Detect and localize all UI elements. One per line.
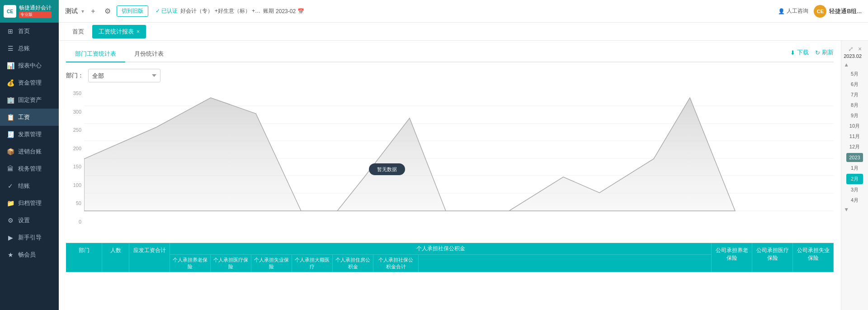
panel-month-11[interactable]: 11月: [844, 131, 865, 142]
chart-container: 暂无数据 0 50 100 150 200 250 300 350: [66, 89, 834, 243]
sub-tabs: 部门工资统计表 月份统计表 ⬇ 下载 ↻ 刷新: [66, 46, 834, 62]
sidebar-item-label: 畅会员: [18, 251, 36, 259]
product-tags: 好会计（专） +好生意（标） +…: [180, 7, 260, 15]
panel-month-1[interactable]: 1月: [844, 163, 865, 173]
sidebar-item-invoice[interactable]: 🧾 发票管理: [0, 126, 59, 143]
sidebar-item-archive[interactable]: 📁 归档管理: [0, 195, 59, 212]
top-header: 测试 ▾ + ⚙ 切到旧版 ✓ 已认证 好会计（专） +好生意（标） +… 账期…: [59, 0, 868, 23]
sidebar-item-label: 报表中心: [18, 62, 42, 70]
tab-salary-report[interactable]: 工资统计报表 ×: [92, 25, 146, 38]
sub-tab-dept[interactable]: 部门工资统计表: [66, 46, 125, 62]
sidebar-item-label: 发票管理: [18, 130, 42, 138]
sidebar-item-salary[interactable]: 📋 工资: [0, 109, 59, 126]
th-unemployment-company: 公司承担失业保险: [793, 243, 834, 272]
y-label-0: 0: [66, 219, 84, 224]
y-label-300: 300: [66, 109, 84, 114]
logo-badge: 专业版: [19, 11, 52, 18]
assets-icon: 🏢: [6, 96, 14, 104]
panel-year-2023[interactable]: 2023: [846, 153, 863, 162]
panel-month-7[interactable]: 7月: [844, 90, 865, 100]
th-unemployment-personal: 个人承担失业保险: [251, 255, 292, 272]
sidebar-item-funds[interactable]: 💰 资金管理: [0, 74, 59, 91]
tab-home[interactable]: 首页: [66, 25, 90, 38]
y-label-250: 250: [66, 127, 84, 133]
toolbar-actions: ⬇ 下载 ↻ 刷新: [790, 46, 834, 62]
download-button[interactable]: ⬇ 下载: [790, 48, 809, 57]
settings-gear-icon[interactable]: ⚙: [102, 6, 113, 17]
help-button[interactable]: 👤 人工咨询: [778, 7, 808, 15]
sidebar-item-assets[interactable]: 🏢 固定资产: [0, 91, 59, 109]
chart-svg: 暂无数据: [84, 89, 834, 229]
sidebar-item-tax[interactable]: 🏛 税务管理: [0, 160, 59, 177]
chart-wrapper: 暂无数据 0 50 100 150 200 250 300 350: [66, 89, 834, 310]
dept-label: 部门：: [66, 72, 84, 80]
sidebar-item-guide[interactable]: ▶ 新手引导: [0, 229, 59, 246]
home-icon: ⊞: [6, 28, 14, 35]
period-label: 账期 2023-02 📅: [263, 7, 304, 15]
sidebar-item-label: 首页: [18, 27, 30, 35]
th-medical-personal: 个人承担医疗保险: [211, 255, 251, 272]
chevron-down-icon: ▾: [81, 8, 84, 14]
th-personal-group: 个人承担社保公积金 个人承担养老保险 个人承担医疗保险 个人承担失业保险 个人承…: [170, 243, 712, 272]
th-medical-company: 公司承担医疗保险: [752, 243, 793, 272]
guide-icon: ▶: [6, 234, 14, 241]
header-tags: ✓ 已认证 好会计（专） +好生意（标） +… 账期 2023-02 📅: [156, 7, 304, 15]
help-icon: 👤: [778, 8, 785, 14]
panel-down-arrow[interactable]: ▼: [844, 206, 865, 213]
y-label-100: 100: [66, 182, 84, 188]
panel-month-12[interactable]: 12月: [844, 142, 865, 152]
tax-icon: 🏛: [6, 165, 14, 172]
logo-text: 畅捷通好会计: [19, 5, 52, 11]
dept-select[interactable]: 全部: [88, 69, 160, 82]
sidebar-logo: CE 畅捷通好会计 专业版: [0, 0, 59, 23]
th-personal-group-title: 个人承担社保公积金: [170, 243, 711, 255]
sidebar-item-home[interactable]: ⊞ 首页: [0, 23, 59, 40]
logo-text-area: 畅捷通好会计 专业版: [19, 5, 52, 18]
th-personal-group-cols: 个人承担养老保险 个人承担医疗保险 个人承担失业保险 个人承担大额医疗 个人承担…: [170, 255, 711, 272]
sidebar-item-settings[interactable]: ⚙ 设置: [0, 212, 59, 229]
salary-icon: 📋: [6, 114, 14, 121]
panel-month-10[interactable]: 10月: [844, 121, 865, 131]
refresh-button[interactable]: ↻ 刷新: [815, 48, 834, 57]
th-dept: 部门: [66, 243, 102, 272]
th-pension-personal: 个人承担养老保险: [170, 255, 211, 272]
panel-month-4[interactable]: 4月: [844, 195, 865, 205]
table-header: 部门 人数 应发工资合计 个人承担社保公积金 个人承担养老保险 个人承担医疗保险…: [66, 243, 834, 272]
panel-month-6[interactable]: 6月: [844, 79, 865, 90]
sidebar-item-label: 结账: [18, 182, 30, 190]
funds-icon: 💰: [6, 79, 14, 86]
panel-month-8[interactable]: 8月: [844, 100, 865, 110]
avatar: CE: [814, 5, 826, 18]
panel-up-arrow[interactable]: ▲: [844, 62, 865, 68]
panel-month-9[interactable]: 9月: [844, 110, 865, 121]
panel-close-button[interactable]: ×: [855, 44, 864, 53]
panel-month-2-active[interactable]: 2月: [846, 174, 863, 184]
switch-version-button[interactable]: 切到旧版: [117, 5, 148, 17]
calendar-icon[interactable]: 📅: [297, 8, 304, 14]
sidebar-item-label: 工资: [18, 113, 30, 121]
content-area: 部门工资统计表 月份统计表 ⬇ 下载 ↻ 刷新 部门：: [59, 41, 868, 310]
toolbar: 部门： 全部: [66, 69, 834, 82]
main-area: 测试 ▾ + ⚙ 切到旧版 ✓ 已认证 好会计（专） +好生意（标） +… 账期…: [59, 0, 868, 310]
right-panel-content: 2023.02 ▲ 5月 6月 7月 8月 9月 10月 11月 12月 202…: [844, 53, 865, 214]
sub-tab-month[interactable]: 月份统计表: [125, 46, 173, 62]
certified-tag: ✓ 已认证: [156, 7, 178, 15]
sidebar: CE 畅捷通好会计 专业版 ⊞ 首页 ☰ 总账 📊 报表中心 💰 资金管理 🏢 …: [0, 0, 59, 310]
user-menu[interactable]: CE 轻捷通B组...: [814, 5, 862, 18]
header-title: 测试: [65, 7, 78, 15]
ledger-icon: ☰: [6, 45, 14, 52]
sidebar-item-reports[interactable]: 📊 报表中心: [0, 57, 59, 74]
panel-expand-button[interactable]: ⤢: [846, 44, 855, 53]
header-right: 👤 人工咨询 CE 轻捷通B组...: [778, 5, 862, 18]
panel-month-3[interactable]: 3月: [844, 185, 865, 195]
sidebar-item-member[interactable]: ★ 畅会员: [0, 246, 59, 263]
sidebar-item-trade[interactable]: 📦 进销台账: [0, 143, 59, 160]
sidebar-item-close[interactable]: ✓ 结账: [0, 177, 59, 195]
tab-close-icon[interactable]: ×: [137, 29, 140, 35]
y-label-350: 350: [66, 91, 84, 96]
panel-month-5[interactable]: 5月: [844, 69, 865, 79]
archive-icon: 📁: [6, 200, 14, 207]
sidebar-item-ledger[interactable]: ☰ 总账: [0, 40, 59, 57]
add-button[interactable]: +: [88, 6, 99, 17]
sidebar-item-label: 资金管理: [18, 79, 42, 87]
